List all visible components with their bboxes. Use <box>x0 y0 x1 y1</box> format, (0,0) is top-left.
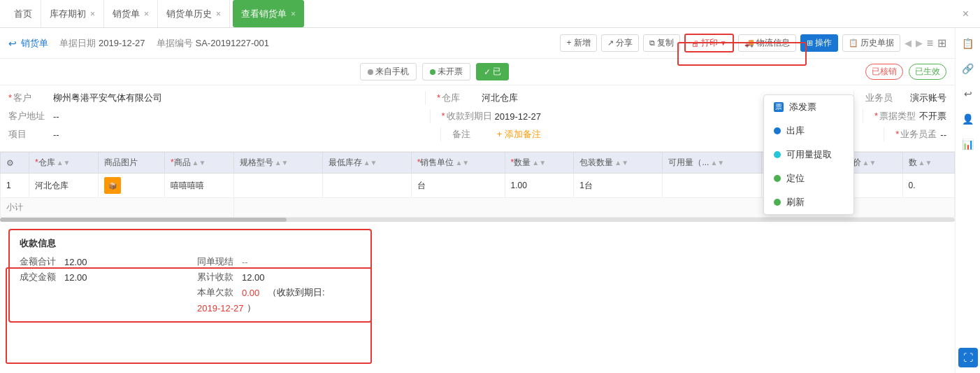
total-value: 12.00 <box>64 257 87 267</box>
row-qty: 1.00 <box>505 174 574 198</box>
copy-button[interactable]: ⧉ 复制 <box>643 34 680 52</box>
doc-header: ↩ 销货单 单据日期 2019-12-27 单据编号 SA-20191227-0… <box>0 28 955 59</box>
payment-info-box: 收款信息 金额合计 12.00 同单现结 -- 成交金额 12.00 累计收款 … <box>8 229 372 323</box>
refresh-icon <box>774 199 781 206</box>
dropdown-outbound[interactable]: 出库 <box>764 119 853 143</box>
logistics-button[interactable]: 🚚 物流信息 <box>738 34 796 52</box>
tab-home[interactable]: 首页 <box>6 0 41 27</box>
row-min-stock <box>322 174 411 198</box>
row-index: 1 <box>1 174 29 198</box>
close-history-tab[interactable]: × <box>216 9 221 19</box>
row-warehouse: 河北仓库 <box>29 174 98 198</box>
sidebar-icon-5[interactable]: 📊 <box>958 134 978 154</box>
doc-title-area: ↩ 销货单 <box>8 37 48 50</box>
sidebar-icon-1[interactable]: 📋 <box>958 34 978 53</box>
row-available <box>663 174 762 198</box>
arrears-note <box>262 288 265 298</box>
history-button[interactable]: 📋 历史单据 <box>842 34 900 52</box>
tab-bar: 首页 库存期初 × 销货单 × 销货单历史 × 查看销货单 × × <box>0 0 980 28</box>
operations-button[interactable]: ⊞ 操作 <box>800 34 838 52</box>
customer-field: 客户 柳州粤港平安气体有限公司 <box>8 92 414 104</box>
dropdown-refresh[interactable]: 刷新 <box>764 190 853 214</box>
sidebar-icon-2[interactable]: 🔗 <box>958 59 978 78</box>
row-spec <box>233 174 322 198</box>
subtotal-label: 小计 <box>1 198 234 218</box>
sidebar-icon-expand[interactable]: ⛶ <box>958 348 978 367</box>
close-sales-tab[interactable]: × <box>144 9 149 19</box>
tab-sales[interactable]: 销货单 × <box>104 0 158 27</box>
arrears-date: 2019-12-27 <box>197 303 244 314</box>
effective-badge: 已生效 <box>909 64 946 80</box>
tab-sales-history[interactable]: 销货单历史 × <box>158 0 230 27</box>
view-toggle-list[interactable]: ≡ <box>927 37 933 50</box>
cumulative-label: 累计收款 <box>197 271 239 283</box>
doc-meta: 单据日期 2019-12-27 单据编号 SA-20191227-001 <box>59 37 549 50</box>
add-remark-button[interactable]: + 添加备注 <box>497 128 541 141</box>
view-toggle-grid[interactable]: ⊞ <box>937 36 946 50</box>
add-invoice-icon: 票 <box>774 102 784 112</box>
row-product: 嘻嘻嘻嘻 <box>164 174 233 198</box>
payment-info-title: 收款信息 <box>20 237 361 250</box>
col-unit: *销售单位▲▼ <box>411 153 505 174</box>
cumulative-value: 12.00 <box>242 272 265 283</box>
col-qty: *数量▲▼ <box>505 153 574 174</box>
arrears-value: 0.00 <box>242 288 259 298</box>
row-unit: 台 <box>411 174 505 198</box>
sidebar-icon-3[interactable]: ↩ <box>958 84 978 104</box>
deal-label: 成交金额 <box>20 271 62 283</box>
row-other: 0. <box>902 174 954 198</box>
locate-icon <box>774 175 781 182</box>
sidebar-icon-4[interactable]: 👤 <box>958 109 978 129</box>
close-view-tab[interactable]: × <box>291 9 296 19</box>
share-button[interactable]: ↗ 分享 <box>601 34 639 52</box>
col-min-stock: 最低库存▲▼ <box>322 153 411 174</box>
col-product: *商品▲▼ <box>164 153 233 174</box>
tab-inventory[interactable]: 库存期初 × <box>41 0 104 27</box>
address-field: 客户地址 -- <box>8 110 419 122</box>
col-other: 数▲▼ <box>902 153 954 174</box>
doc-title: 销货单 <box>21 37 48 50</box>
dropdown-locate[interactable]: 定位 <box>764 167 853 190</box>
col-pack-qty: 包装数量▲▼ <box>574 153 663 174</box>
close-inventory-tab[interactable]: × <box>90 9 95 19</box>
secondary-toolbar: 来自手机 未开票 ✓ 已 已核销 已生效 <box>0 59 955 85</box>
same-order-value: -- <box>242 257 248 267</box>
tab-view-sales[interactable]: 查看销货单 × <box>233 0 304 27</box>
operations-dropdown: 票 添发票 出库 可用量提取 定位 刷新 <box>763 94 854 215</box>
col-settings[interactable]: ⚙ <box>1 153 29 174</box>
right-sidebar: 📋 🔗 ↩ 👤 📊 ⛶ <box>955 28 980 373</box>
from-phone-button[interactable]: 来自手机 <box>360 63 417 80</box>
project-field: 项目 -- <box>8 128 429 141</box>
outbound-icon <box>774 127 781 134</box>
row-image: 📦 <box>98 174 164 198</box>
sold-badge: 已核销 <box>865 64 903 80</box>
dropdown-available-extract[interactable]: 可用量提取 <box>764 143 853 167</box>
available-extract-icon <box>774 151 781 158</box>
product-image: 📦 <box>104 177 121 194</box>
col-available: 可用量（...▲▼ <box>663 153 762 174</box>
confirm-button[interactable]: ✓ 已 <box>476 63 509 80</box>
dropdown-add-invoice[interactable]: 票 添发票 <box>764 95 853 119</box>
close-all-button[interactable]: × <box>957 8 974 20</box>
arrears-end: ） <box>247 302 256 314</box>
total-label: 金额合计 <box>20 255 62 268</box>
col-spec: 规格型号▲▼ <box>233 153 322 174</box>
same-order-label: 同单现结 <box>197 255 239 268</box>
row-pack-qty: 1台 <box>574 174 663 198</box>
arrears-label: 本单欠款 <box>197 286 239 299</box>
col-warehouse: *仓库▲▼ <box>29 153 98 174</box>
not-open-button[interactable]: 未开票 <box>422 63 470 80</box>
col-image: 商品图片 <box>98 153 164 174</box>
deal-value: 12.00 <box>64 272 87 283</box>
print-button[interactable]: 🖨 打印 ▼ <box>684 34 734 52</box>
new-button[interactable]: + 新增 <box>560 34 596 52</box>
arrears-note-text: （收款到期日: <box>268 286 325 299</box>
